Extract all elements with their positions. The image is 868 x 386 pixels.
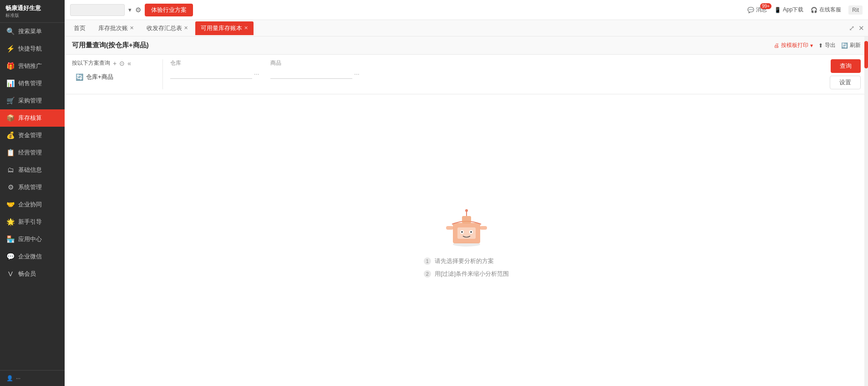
sidebar-item-label-basic: 基础信息	[18, 166, 42, 174]
tip-num-2: 2	[424, 270, 431, 278]
refresh-btn[interactable]: 🔄 刷新	[841, 41, 861, 49]
print-btn[interactable]: 🖨 按模板打印 ▾	[774, 41, 813, 49]
filter-scheme-panel: 按以下方案查询 + ⊙ « 🔄 仓库+商品	[72, 59, 163, 89]
filter-goods-field: 商品 ···	[270, 59, 361, 79]
tab-label-available-ledger: 可用量库存账本	[201, 24, 242, 32]
sidebar-item-enterprise[interactable]: 🤝 企业协同	[0, 196, 65, 213]
filter-warehouse-label: 仓库	[170, 59, 261, 67]
sidebar-bottom: 👤 ···	[0, 370, 65, 386]
sidebar-item-label-finance: 资金管理	[18, 131, 42, 139]
sidebar-item-system[interactable]: ⚙ 系统管理	[0, 179, 65, 196]
sidebar-item-quick-nav[interactable]: ⚡ 快捷导航	[0, 40, 65, 57]
filter-scheme-title: 按以下方案查询 + ⊙ «	[72, 59, 155, 67]
tab-batch-ledger[interactable]: 库存批次账✕	[93, 21, 139, 35]
sidebar-item-label-wechat: 企业微信	[18, 252, 42, 261]
tip-num-1: 1	[424, 257, 431, 265]
tab-close-batch-ledger[interactable]: ✕	[130, 25, 134, 31]
tabbar-right-actions: ⤢ ✕	[849, 24, 864, 32]
sidebar-item-purchase[interactable]: 🛒 采购管理	[0, 92, 65, 109]
sidebar-item-newbie[interactable]: 🌟 新手引导	[0, 213, 65, 231]
empty-illustration	[444, 202, 489, 248]
page-content: 可用量查询(按仓库+商品) 🖨 按模板打印 ▾ ⬆ 导出 🔄 刷新	[65, 36, 868, 386]
scheme-setting-btn[interactable]: ⊙	[119, 60, 125, 67]
search-icon: 🔍	[6, 27, 15, 36]
sidebar-item-appstore[interactable]: 🏪 应用中心	[0, 231, 65, 248]
sidebar-item-label-inventory: 库存核算	[18, 114, 42, 122]
tab-receipt-summary[interactable]: 收发存汇总表✕	[141, 21, 193, 35]
svg-point-6	[470, 231, 472, 233]
quick-nav-icon: ⚡	[6, 45, 15, 53]
scheme-title-text: 按以下方案查询	[72, 59, 110, 67]
tab-label-batch-ledger: 库存批次账	[98, 24, 128, 32]
purchase-icon: 🛒	[6, 97, 15, 105]
scheme-add-btn[interactable]: +	[113, 60, 117, 67]
sidebar-item-label-quick-nav: 快捷导航	[18, 45, 42, 53]
service-icon: 🎧	[811, 7, 817, 13]
sidebar-item-operation[interactable]: 📋 经营管理	[0, 144, 65, 161]
header-right: 💬 消息 99+ 📱 App下载 🎧 在线客服 Rit	[747, 5, 863, 15]
filter-warehouse-input-row: ···	[170, 69, 261, 79]
tip-text-2: 用[过滤]条件来缩小分析范围	[435, 270, 509, 278]
filter-warehouse-input[interactable]	[170, 69, 252, 79]
operation-icon: 📋	[6, 149, 15, 157]
tab-available-ledger[interactable]: 可用量库存账本✕	[195, 21, 254, 35]
sidebar-item-inventory[interactable]: 📦 库存核算	[0, 109, 65, 127]
svg-point-5	[461, 231, 463, 233]
sidebar-item-finance[interactable]: 💰 资金管理	[0, 127, 65, 144]
header-dropdown-btn[interactable]: ▾	[128, 6, 132, 13]
tab-close-receipt-summary[interactable]: ✕	[184, 25, 188, 31]
header-search-input[interactable]	[70, 4, 125, 16]
query-btn[interactable]: 查询	[831, 59, 861, 73]
message-badge: 99+	[760, 3, 772, 9]
trial-btn[interactable]: 体验行业方案	[145, 4, 193, 16]
tab-home[interactable]: 首页	[68, 21, 91, 35]
header-gear-btn[interactable]: ⚙	[135, 6, 141, 14]
tab-close-available-ledger[interactable]: ✕	[244, 25, 248, 31]
user-account-btn[interactable]: Rit	[848, 5, 863, 15]
sidebar-item-label-purchase: 采购管理	[18, 97, 42, 105]
filter-warehouse-more-btn[interactable]: ···	[254, 70, 259, 77]
empty-tips: 1 请先选择要分析的方案 2 用[过滤]条件来缩小分析范围	[424, 257, 509, 278]
filter-goods-more-btn[interactable]: ···	[354, 70, 360, 77]
right-scrollbar[interactable]	[864, 36, 868, 386]
message-btn[interactable]: 💬 消息 99+	[747, 6, 767, 14]
sidebar-item-wechat[interactable]: 💬 企业微信	[0, 248, 65, 265]
sidebar-logo: 畅康通好生意 标准版	[0, 0, 65, 23]
sidebar-item-label-search: 搜索菜单	[18, 27, 42, 36]
svg-rect-10	[446, 226, 453, 230]
scheme-item-warehouse-goods[interactable]: 🔄 仓库+商品	[72, 71, 155, 83]
app-label: App下载	[783, 6, 803, 14]
print-icon: 🖨	[774, 42, 779, 49]
sales-icon: 📊	[6, 79, 15, 87]
filter-goods-input[interactable]	[270, 69, 352, 79]
tabbar-close-btn[interactable]: ✕	[858, 24, 864, 32]
online-service-btn[interactable]: 🎧 在线客服	[811, 6, 841, 14]
sidebar-item-member[interactable]: V 畅会员	[0, 265, 65, 283]
scheme-collapse-btn[interactable]: «	[127, 60, 131, 67]
sidebar-item-sales[interactable]: 📊 销售管理	[0, 75, 65, 92]
export-btn[interactable]: ⬆ 导出	[818, 41, 836, 49]
member-icon: V	[6, 270, 15, 278]
app-download-btn[interactable]: 📱 App下载	[774, 6, 803, 14]
scheme-label-warehouse-goods: 仓库+商品	[86, 73, 113, 81]
refresh-icon: 🔄	[841, 42, 848, 49]
logo-subtitle: 标准版	[5, 12, 59, 19]
column-settings-btn[interactable]: 设置	[830, 76, 861, 89]
title-actions: 🖨 按模板打印 ▾ ⬆ 导出 🔄 刷新	[774, 41, 861, 49]
page-title-bar: 可用量查询(按仓库+商品) 🖨 按模板打印 ▾ ⬆ 导出 🔄 刷新	[65, 36, 868, 55]
tabbar-expand-btn[interactable]: ⤢	[849, 24, 855, 32]
sidebar-item-basic[interactable]: 🗂 基础信息	[0, 161, 65, 179]
filter-area: 按以下方案查询 + ⊙ « 🔄 仓库+商品 仓库 ··· 商品	[65, 55, 868, 94]
sidebar-item-label-appstore: 应用中心	[18, 235, 42, 243]
empty-tip-2: 2 用[过滤]条件来缩小分析范围	[424, 270, 509, 278]
sidebar-item-label-marketing: 营销推广	[18, 62, 42, 70]
sidebar-item-search[interactable]: 🔍 搜索菜单	[0, 23, 65, 40]
filter-actions: 查询 设置	[830, 59, 861, 89]
empty-state: 1 请先选择要分析的方案 2 用[过滤]条件来缩小分析范围	[65, 94, 868, 386]
system-icon: ⚙	[6, 183, 15, 191]
wechat-icon: 💬	[6, 252, 15, 261]
inventory-icon: 📦	[6, 114, 15, 122]
svg-point-9	[465, 209, 468, 212]
sidebar-item-marketing[interactable]: 🎁 营销推广	[0, 57, 65, 75]
sidebar-bottom-label: ···	[16, 375, 20, 381]
